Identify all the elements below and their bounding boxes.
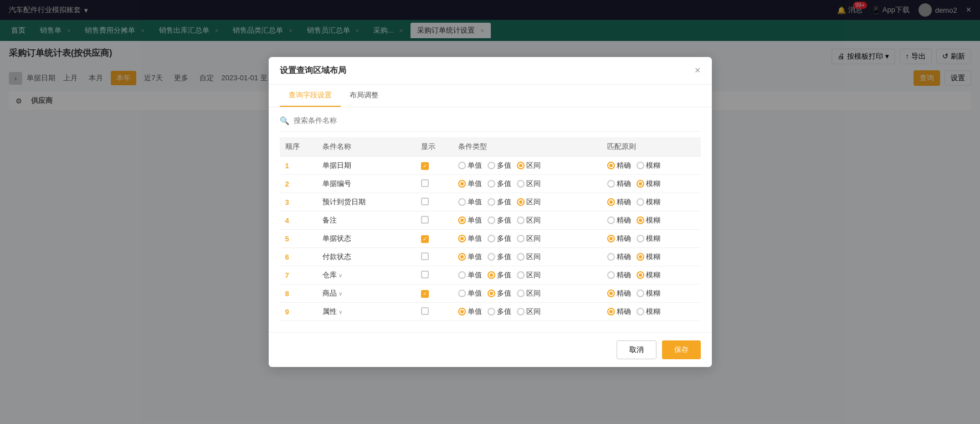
modal-title: 设置查询区域布局 bbox=[280, 65, 346, 76]
modal-body: 🔍 顺序 条件名称 显示 条件类型 匹配原则 1单据日期 bbox=[269, 107, 712, 117]
modal-tab-layout-label: 布局调整 bbox=[350, 91, 378, 99]
modal-header: 设置查询区域布局 × bbox=[269, 57, 712, 85]
modal-tabs: 查询字段设置 布局调整 bbox=[269, 85, 712, 107]
search-icon: 🔍 bbox=[280, 116, 289, 118]
modal-tab-query-label: 查询字段设置 bbox=[289, 91, 332, 99]
modal-close-button[interactable]: × bbox=[695, 65, 701, 76]
condition-search-bar: 🔍 bbox=[280, 114, 701, 117]
modal-overlay: 设置查询区域布局 × 查询字段设置 布局调整 🔍 顺序 bbox=[0, 0, 980, 117]
modal-tab-layout[interactable]: 布局调整 bbox=[341, 85, 387, 107]
condition-search-input[interactable] bbox=[289, 114, 400, 117]
settings-modal: 设置查询区域布局 × 查询字段设置 布局调整 🔍 顺序 bbox=[269, 57, 712, 117]
modal-tab-query-fields[interactable]: 查询字段设置 bbox=[280, 85, 341, 107]
